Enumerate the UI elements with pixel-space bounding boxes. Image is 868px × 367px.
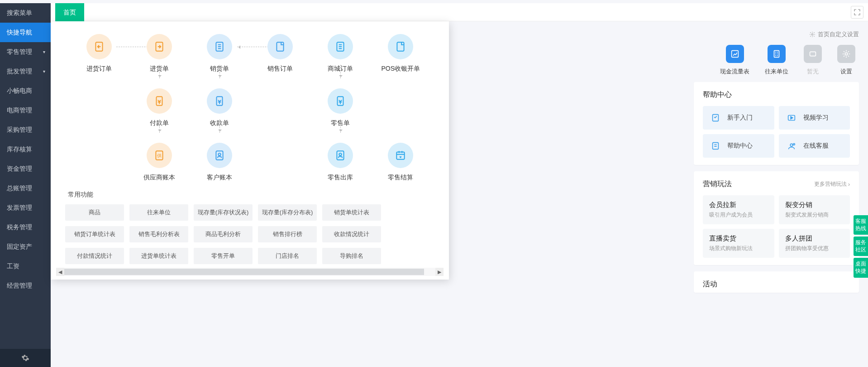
help-label: 帮助中心 [727,142,753,150]
promo-title: 会员拉新 [709,201,768,209]
svg-point-14 [339,153,341,155]
sidebar-settings[interactable] [0,349,51,367]
shortcut-settings[interactable]: 设置 [837,45,855,76]
common-btn[interactable]: 导购排名 [322,248,381,264]
sidebar-item-wholesale[interactable]: 批发管理▾ [0,62,51,81]
help-newbie[interactable]: 新手入门 [703,106,774,130]
sidebar-item-retail[interactable]: 零售管理▾ [0,42,51,62]
topbar: 首页 [51,3,868,21]
promo-desc: 场景式购物新玩法 [709,245,768,252]
flow-node-sales-bill[interactable]: 销货单 [190,34,250,73]
shortcut-contacts[interactable]: 往来单位 [765,45,788,76]
common-btn[interactable]: 现存量(库存状况表) [194,204,253,221]
flow-node-pos[interactable]: POS收银开单 [371,34,431,73]
shortcut-label: 往来单位 [765,68,788,76]
sidebar: 搜索菜单 快捷导航 零售管理▾ 批发管理▾ 小畅电商 电商管理 采购管理 库存核… [0,3,51,367]
scroll-left-icon[interactable]: ◀ [56,268,64,276]
sidebar-item-ecommerce[interactable]: 电商管理 [0,101,51,120]
promo-fission[interactable]: 裂变分销裂变式发展分销商 [779,195,850,224]
shortcut-cashflow[interactable]: 现金流量表 [720,45,749,76]
empty-icon [804,45,822,63]
horizontal-scrollbar[interactable]: ◀ ▶ [56,268,444,276]
sidebar-item-xiaochang[interactable]: 小畅电商 [0,81,51,101]
help-label: 在线客服 [803,142,829,150]
flow-node-sales-order[interactable]: 销售订单 [250,34,310,73]
promo-title: 裂变分销 [785,201,844,209]
gear-icon [837,45,855,63]
flow-node-supplier-ledger[interactable]: 供 供应商账本 [129,143,189,182]
doc-icon [709,140,722,152]
flow-row-1: 进货订单 进货单 销货单 销售订单 商城订单 [60,34,440,73]
flow-node-purchase-bill[interactable]: 进货单 [129,34,189,73]
flow-node-retail-out[interactable]: 零售出库 [310,143,370,182]
flow-node-payment[interactable]: 付款单 [129,88,189,127]
sidebar-label: 批发管理 [7,68,32,76]
common-btn[interactable]: 门店排名 [258,248,317,264]
money-icon [328,88,353,114]
promo-live[interactable]: 直播卖货场景式购物新玩法 [703,229,774,258]
help-center[interactable]: 帮助中心 [703,134,774,158]
scroll-right-icon[interactable]: ▶ [435,268,444,276]
sidebar-item-purchase[interactable]: 采购管理 [0,120,51,140]
common-btn[interactable]: 进货单统计表 [129,248,188,264]
doc-icon [388,34,413,59]
tab-home[interactable]: 首页 [55,3,84,21]
sidebar-item-inventory[interactable]: 库存核算 [0,140,51,159]
sidebar-item-operations[interactable]: 经营管理 [0,276,51,295]
scroll-track[interactable] [64,268,435,276]
side-tab-community[interactable]: 服务社区 [854,237,868,256]
svg-point-16 [811,34,813,35]
flow-node-retail-settle[interactable]: 零售结算 [371,143,431,182]
scroll-thumb[interactable] [64,269,424,275]
common-btn[interactable]: 商品毛利分析 [194,226,253,242]
side-tab-desktop[interactable]: 桌面快捷 [854,258,868,277]
supplier-icon: 供 [147,143,172,168]
help-support[interactable]: 在线客服 [779,134,850,158]
more-link[interactable]: 更多营销玩法› [814,180,850,188]
help-video[interactable]: 视频学习 [779,106,850,130]
flow-node-purchase-order[interactable]: 进货订单 [69,34,129,73]
sidebar-item-funds[interactable]: 资金管理 [0,159,51,179]
promo-group[interactable]: 多人拼团拼团购物享受优惠 [779,229,850,258]
calendar-icon [388,143,413,168]
common-btn[interactable]: 现存量(库存分布表) [258,204,317,221]
fullscreen-button[interactable] [851,6,863,19]
common-btn[interactable]: 商品 [65,204,124,221]
sidebar-item-quicknav[interactable]: 快捷导航 [0,23,51,42]
sidebar-item-search[interactable]: 搜索菜单 [0,3,51,23]
svg-rect-23 [713,143,719,150]
common-btn[interactable]: 销售毛利分析表 [129,226,188,242]
gear-icon [809,31,816,38]
promo-title: 多人拼团 [785,234,844,243]
home-customize-link[interactable]: 首页自定义设置 [694,30,859,39]
sidebar-item-ledger[interactable]: 总账管理 [0,179,51,198]
more-label: 更多营销玩法 [814,180,847,188]
sidebar-item-salary[interactable]: 工资 [0,256,51,276]
promo-desc: 吸引用户成为会员 [709,211,768,219]
sidebar-item-tax[interactable]: 税务管理 [0,217,51,237]
common-btn[interactable]: 往来单位 [129,204,188,221]
chevron-right-icon: › [848,181,850,188]
flow-node-mall-order[interactable]: 商城订单 [310,34,370,73]
flow-node-receipt[interactable]: 收款单 [190,88,250,127]
svg-rect-19 [810,52,816,56]
promo-member[interactable]: 会员拉新吸引用户成为会员 [703,195,774,224]
sidebar-item-invoice[interactable]: 发票管理 [0,198,51,217]
sidebar-item-assets[interactable]: 固定资产 [0,237,51,256]
svg-text:供: 供 [157,153,162,158]
flow-label: 零售结算 [388,174,413,182]
common-btn[interactable]: 付款情况统计 [65,248,124,264]
gear-icon [21,354,29,362]
common-btn[interactable]: 销货单统计表 [322,204,381,221]
common-btn[interactable]: 销货订单统计表 [65,226,124,242]
link-label: 首页自定义设置 [818,30,859,39]
shortcut-empty[interactable]: 暂无 [804,45,822,76]
shortcut-row: 现金流量表 往来单位 暂无 设置 [694,45,859,76]
flow-node-customer-ledger[interactable]: 客户账本 [190,143,250,182]
caret-down-icon: ▾ [43,69,45,74]
common-btn[interactable]: 零售开单 [194,248,253,264]
side-tab-hotline[interactable]: 客服热线 [854,215,868,235]
flow-node-retail-bill[interactable]: 零售单 [310,88,370,127]
common-btn[interactable]: 收款情况统计 [322,226,381,242]
common-btn[interactable]: 销售排行榜 [258,226,317,242]
